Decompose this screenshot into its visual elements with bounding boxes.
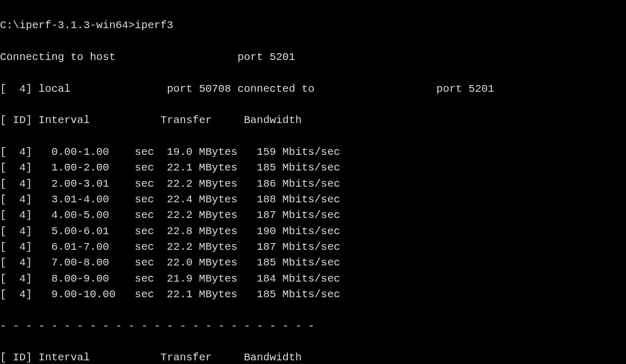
interval-row: [ 4] 2.00-3.01 sec 22.2 MBytes 186 Mbits… (0, 176, 626, 192)
interval-row: [ 4] 4.00-5.00 sec 22.2 MBytes 187 Mbits… (0, 208, 626, 223)
interval-row: [ 4] 0.00-1.00 sec 19.0 MBytes 159 Mbits… (0, 144, 626, 160)
interval-row: [ 4] 3.01-4.00 sec 22.4 MBytes 188 Mbits… (0, 192, 626, 208)
interval-row: [ 4] 9.00-10.00 sec 22.1 MBytes 185 Mbit… (0, 287, 626, 302)
terminal-output: C:\iperf-3.1.3-win64>iperf3 Connecting t… (0, 0, 626, 364)
summary-header: [ ID] Interval Transfer Bandwidth (0, 350, 626, 364)
interval-row: [ 4] 6.01-7.00 sec 22.2 MBytes 187 Mbits… (0, 239, 626, 255)
column-header: [ ID] Interval Transfer Bandwidth (0, 113, 626, 128)
interval-row: [ 4] 1.00-2.00 sec 22.1 MBytes 185 Mbits… (0, 160, 626, 176)
command-line: C:\iperf-3.1.3-win64>iperf3 (0, 18, 626, 33)
command-text: iperf3 (135, 19, 173, 31)
interval-row: [ 4] 8.00-9.00 sec 21.9 MBytes 184 Mbits… (0, 271, 626, 287)
interval-row: [ 4] 5.00-6.01 sec 22.8 MBytes 190 Mbits… (0, 224, 626, 239)
local-connection-line: [ 4] local port 50708 connected to port … (0, 81, 626, 97)
interval-row: [ 4] 7.00-8.00 sec 22.0 MBytes 185 Mbits… (0, 255, 626, 271)
prompt-path: C:\iperf-3.1.3-win64> (0, 19, 135, 31)
divider-line: - - - - - - - - - - - - - - - - - - - - … (0, 319, 626, 334)
connecting-line: Connecting to host port 5201 (0, 50, 626, 65)
